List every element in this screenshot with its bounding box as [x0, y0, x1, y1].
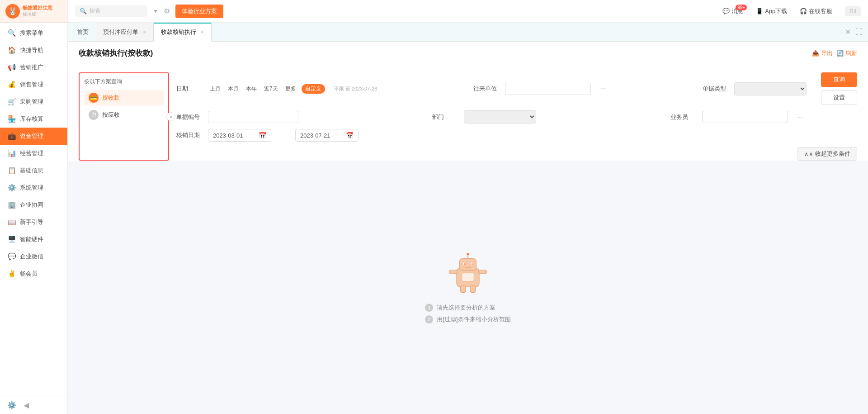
- topbar: 🔍 搜索 ▼ ⚙ 体验行业方案 💬 消息 99+ 📱 App下载 🎧 在线客服 …: [68, 0, 868, 23]
- tip-item-2: 2 用[过滤]条件来缩小分析范围: [425, 315, 510, 324]
- menu-label-quick-nav: 快捷导航: [20, 46, 43, 54]
- sidebar-item-member[interactable]: ✌️ 畅会员: [0, 265, 67, 282]
- filter-fields: 日期 上月 本月 本年 近7天 更多 自定义 不限 至 2023-07-26: [176, 72, 857, 161]
- writeoff-date-start-field[interactable]: 2023-03-01 📅: [208, 129, 271, 142]
- sidebar-item-collab[interactable]: 🏢 企业协同: [0, 196, 67, 214]
- doc-no-input[interactable]: [208, 111, 298, 123]
- setting-button[interactable]: 设置: [821, 90, 857, 105]
- filter-row-3: 核销日期 2023-03-01 📅 — 2023-07-21 📅: [176, 129, 857, 142]
- calendar-start-icon[interactable]: 📅: [259, 132, 266, 139]
- topbar-user[interactable]: Rit: [845, 6, 861, 16]
- menu-label-hardware: 智能硬件: [20, 235, 43, 243]
- more-conditions-btn[interactable]: ∧∧ 收起更多条件: [797, 147, 857, 161]
- tab-receipt-writeoff-close[interactable]: ×: [201, 29, 204, 35]
- tabbar: 首页 预付冲应付单 × 收款核销执行 × ✕ ⛶: [68, 23, 868, 42]
- search-icon: 🔍: [80, 8, 87, 14]
- sidebar: 🐰 畅捷通好生意 标准版 🔍 搜索菜单 🏠 快捷导航 📢 营销推广 💰 销售管理…: [0, 0, 68, 414]
- empty-state: 1 请先选择要分析的方案 2 用[过滤]条件来缩小分析范围: [425, 251, 510, 324]
- menu-icon-sales: 💰: [7, 80, 16, 89]
- query-button[interactable]: 查询: [821, 72, 857, 87]
- svg-rect-11: [470, 286, 476, 293]
- shortcut-last-month[interactable]: 上月: [208, 84, 222, 94]
- service-label: 在线客服: [809, 7, 832, 15]
- empty-robot-illustration: [445, 251, 491, 296]
- date-label: 日期: [176, 85, 201, 93]
- filter-left-title: 按以下方案查询: [84, 78, 164, 86]
- industry-btn[interactable]: 体验行业方案: [175, 5, 223, 18]
- menu-icon-wechat: 💬: [7, 252, 16, 261]
- staff-input[interactable]: [702, 111, 788, 123]
- tip-num-2: 2: [425, 315, 433, 324]
- shortcut-7days[interactable]: 近7天: [262, 84, 280, 94]
- sidebar-item-inventory[interactable]: 🏪 库存核算: [0, 110, 67, 128]
- tab-home[interactable]: 首页: [68, 23, 96, 41]
- refresh-button[interactable]: 🔄 刷新: [836, 49, 857, 57]
- date-value-end: 2023-07-26: [352, 86, 377, 91]
- tab-prepay-close[interactable]: ×: [143, 29, 146, 35]
- topbar-search-area[interactable]: 🔍 搜索: [75, 5, 147, 17]
- menu-icon-system: ⚙️: [7, 183, 16, 192]
- doc-type-select[interactable]: [734, 82, 807, 95]
- chevron-up-icon: ∧∧: [804, 151, 813, 157]
- menu-label-inventory: 库存核算: [20, 115, 43, 123]
- app-icon: 📱: [756, 8, 763, 14]
- export-button[interactable]: 📤 导出: [812, 49, 833, 57]
- shortcut-this-year[interactable]: 本年: [244, 84, 259, 94]
- sidebar-item-wechat[interactable]: 💬 企业微信: [0, 248, 67, 265]
- tip-num-1: 1: [425, 304, 433, 312]
- shortcut-custom[interactable]: 自定义: [302, 84, 325, 94]
- filter-option-by-receipt[interactable]: 💳 按收款: [84, 90, 164, 105]
- close-all-icon[interactable]: ✕: [845, 28, 851, 36]
- topbar-service[interactable]: 🎧 在线客服: [800, 7, 832, 15]
- sidebar-item-guide[interactable]: 📖 新手引导: [0, 214, 67, 231]
- receipt-icon: 💳: [89, 93, 99, 103]
- staff-dots-icon[interactable]: ···: [797, 113, 803, 121]
- menu-icon-quick-nav: 🏠: [7, 46, 16, 55]
- menu-icon-finance: 💼: [7, 132, 16, 141]
- filter-option-by-receivable[interactable]: ⏱ 按应收: [84, 107, 164, 123]
- topbar-app[interactable]: 📱 App下载: [756, 7, 787, 15]
- date-to-label: 至: [345, 86, 352, 91]
- content-body: 1 请先选择要分析的方案 2 用[过滤]条件来缩小分析范围: [68, 161, 868, 414]
- sidebar-item-sales[interactable]: 💰 销售管理: [0, 76, 67, 93]
- settings-icon[interactable]: ⚙️: [7, 401, 16, 409]
- collapse-icon[interactable]: ◀: [24, 401, 29, 409]
- topbar-msg[interactable]: 💬 消息 99+: [722, 7, 743, 15]
- topbar-dropdown-icon[interactable]: ▼: [153, 8, 158, 14]
- filter-actions: 查询 设置: [821, 72, 857, 105]
- export-icon: 📤: [812, 50, 819, 57]
- menu-icon-search-menu: 🔍: [7, 29, 16, 38]
- sidebar-item-operations[interactable]: 📊 经营管理: [0, 145, 67, 162]
- filter-panel: 按以下方案查询 💳 按收款 ⏱ 按应收 » 日期 上月 本: [68, 65, 868, 161]
- sidebar-item-search-menu[interactable]: 🔍 搜索菜单: [0, 24, 67, 42]
- partner-dots-icon[interactable]: ···: [600, 85, 606, 93]
- page-header: 收款核销执行(按收款) 📤 导出 🔄 刷新: [68, 42, 868, 65]
- filter-more-row: ∧∧ 收起更多条件: [176, 147, 857, 161]
- filter-collapse-btn[interactable]: »: [166, 112, 175, 121]
- partner-input[interactable]: [505, 83, 591, 95]
- menu-label-collab: 企业协同: [20, 201, 43, 209]
- sidebar-item-hardware[interactable]: 🖥️ 智能硬件: [0, 231, 67, 248]
- menu-icon-guide: 📖: [7, 218, 16, 227]
- sidebar-item-finance[interactable]: 💼 资金管理: [0, 128, 67, 145]
- sidebar-item-basic[interactable]: 📋 基础信息: [0, 162, 67, 179]
- dept-select[interactable]: [464, 110, 536, 124]
- msg-icon: 💬: [722, 8, 730, 14]
- menu-icon-hardware: 🖥️: [7, 235, 16, 244]
- menu-label-wechat: 企业微信: [20, 252, 43, 261]
- sidebar-item-system[interactable]: ⚙️ 系统管理: [0, 179, 67, 196]
- expand-icon[interactable]: ⛶: [855, 28, 863, 36]
- sidebar-item-quick-nav[interactable]: 🏠 快捷导航: [0, 42, 67, 59]
- sidebar-item-marketing[interactable]: 📢 营销推广: [0, 59, 67, 76]
- calendar-end-icon[interactable]: 📅: [346, 132, 354, 139]
- writeoff-date-end-field[interactable]: 2023-07-21 📅: [295, 129, 359, 142]
- menu-label-member: 畅会员: [20, 270, 38, 278]
- shortcut-more[interactable]: 更多: [283, 84, 298, 94]
- shortcut-this-month[interactable]: 本月: [226, 84, 241, 94]
- tab-receipt-writeoff[interactable]: 收款核销执行 ×: [154, 23, 212, 42]
- receivable-icon: ⏱: [89, 110, 99, 120]
- sidebar-item-purchase[interactable]: 🛒 采购管理: [0, 93, 67, 110]
- tab-prepay[interactable]: 预付冲应付单 ×: [96, 23, 154, 41]
- filter-scheme-panel: 按以下方案查询 💳 按收款 ⏱ 按应收 »: [79, 72, 169, 161]
- topbar-gear-icon[interactable]: ⚙: [164, 7, 170, 15]
